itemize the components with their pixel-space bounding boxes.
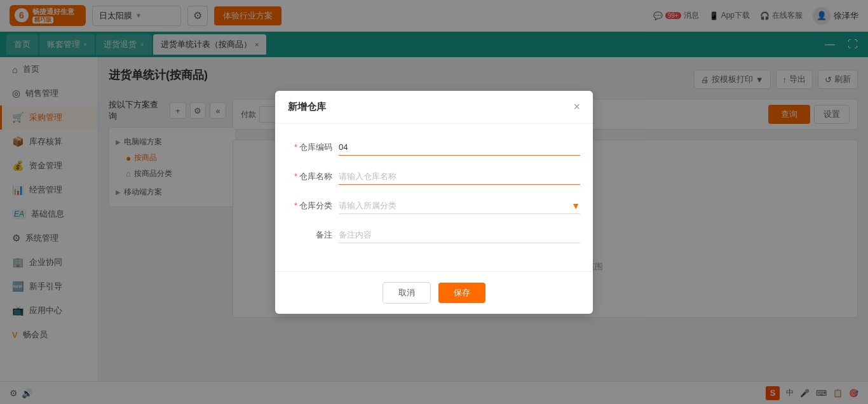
dialog-footer: 取消 保存 [275,271,593,314]
name-label: 仓库名称 [288,171,339,182]
category-input[interactable] [339,198,580,214]
dialog-body: 仓库编码 仓库名称 仓库分类 ▼ 备注 [275,124,593,271]
save-button[interactable]: 保存 [438,283,485,303]
code-input[interactable] [339,139,580,156]
form-row-category: 仓库分类 ▼ [288,198,580,214]
form-row-name: 仓库名称 [288,168,580,185]
dialog-header: 新增仓库 × [275,91,593,124]
form-row-remark: 备注 [288,227,580,243]
form-row-code: 仓库编码 [288,139,580,156]
remark-label: 备注 [288,229,339,241]
chevron-down-icon: ▼ [571,201,580,211]
code-label: 仓库编码 [288,142,339,153]
category-label: 仓库分类 [288,200,339,212]
dialog-title: 新增仓库 [288,101,326,113]
name-input[interactable] [339,168,580,185]
category-wrapper: ▼ [339,198,580,214]
modal-overlay: 新增仓库 × 仓库编码 仓库名称 仓库分类 ▼ [0,0,868,404]
cancel-button[interactable]: 取消 [383,282,431,304]
remark-input[interactable] [339,227,580,243]
dialog-close-button[interactable]: × [573,101,580,112]
new-warehouse-dialog: 新增仓库 × 仓库编码 仓库名称 仓库分类 ▼ [275,91,593,314]
